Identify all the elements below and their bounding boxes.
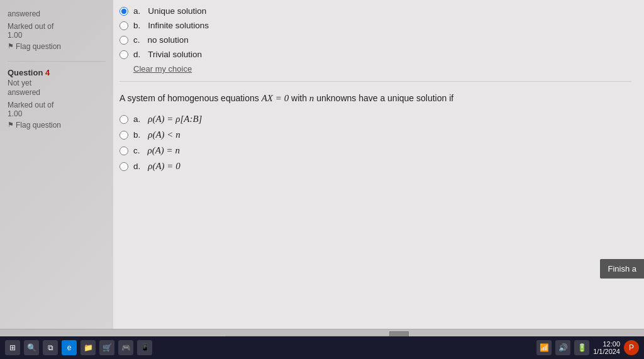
store-icon[interactable]: 🛒 — [99, 340, 114, 355]
q3-letter-c: c. — [133, 35, 140, 45]
sidebar: answered Marked out of1.00 ⚑ Flag questi… — [0, 0, 113, 329]
q3-radio-d[interactable] — [119, 50, 128, 59]
taskbar-time: 12:00 1/1/2024 — [593, 340, 620, 355]
q4-text-c: ρ(A) = n — [148, 145, 180, 156]
taskbar-left-icons: ⊞ 🔍 ⧉ e 📁 🛒 🎮 📱 — [5, 340, 152, 355]
search-icon[interactable]: 🔍 — [24, 340, 39, 355]
q4-number: 4 — [45, 68, 50, 77]
q4-letter-b: b. — [133, 130, 140, 140]
sound-icon[interactable]: 🔊 — [555, 340, 570, 355]
taskview-icon[interactable]: ⧉ — [43, 340, 58, 355]
main-content: answered Marked out of1.00 ⚑ Flag questi… — [0, 0, 644, 329]
q3-answered-status: answered — [8, 9, 106, 19]
q4-label: Question 4 — [8, 68, 106, 77]
q4-marked-out: Marked out of1.00 — [8, 101, 106, 118]
q4-math-eq: AX = 0 — [262, 93, 289, 103]
question4-sidebar: Question 4 Not yetanswered Marked out of… — [8, 68, 106, 130]
app1-icon[interactable]: 📱 — [137, 340, 152, 355]
q3-option-b: b. Infinite solutions — [119, 21, 631, 30]
q4-option-b: b. ρ(A) < n — [119, 130, 631, 140]
q3-letter-a: a. — [133, 6, 140, 16]
taskbar-date: 1/1/2024 — [593, 348, 620, 355]
q3-option-d: d. Trivial solution — [119, 50, 631, 59]
network-icon[interactable]: 📶 — [536, 340, 552, 355]
screen: answered Marked out of1.00 ⚑ Flag questi… — [0, 0, 644, 359]
start-button[interactable]: ⊞ — [5, 340, 20, 355]
battery-icon[interactable]: 🔋 — [574, 340, 589, 355]
q3-option-a: a. Unique solution — [119, 6, 631, 16]
q3-options: a. Unique solution b. Infinite solutions… — [119, 6, 631, 59]
question3-sidebar: answered Marked out of1.00 ⚑ Flag questi… — [8, 6, 106, 51]
q4-question-text: A system of homogenous equations AX = 0 … — [119, 92, 631, 105]
q3-option-c: c. no solution — [119, 35, 631, 45]
q4-flag-icon: ⚑ — [8, 121, 14, 129]
q4-text-a: ρ(A) = ρ[A:B] — [148, 114, 202, 124]
q4-letter-a: a. — [133, 114, 140, 124]
q3-radio-b[interactable] — [119, 21, 128, 30]
q4-options: a. ρ(A) = ρ[A:B] b. ρ(A) < n c. ρ(A) = n — [119, 114, 631, 172]
q4-radio-b[interactable] — [119, 131, 128, 140]
q3-marked-out: Marked out of1.00 — [8, 22, 106, 40]
q3-radio-a[interactable] — [119, 7, 128, 16]
q4-radio-d[interactable] — [119, 162, 128, 171]
q3-flag-question[interactable]: ⚑ Flag question — [8, 42, 106, 51]
q3-area: a. Unique solution b. Infinite solutions… — [119, 6, 631, 82]
taskbar-clock: 12:00 — [593, 340, 620, 348]
profile-icon[interactable]: P — [624, 340, 639, 355]
q4-option-d: d. ρ(A) = 0 — [119, 161, 631, 172]
q3-text-c: no solution — [148, 35, 189, 45]
q4-letter-c: c. — [133, 146, 140, 155]
q4-flag-question[interactable]: ⚑ Flag question — [8, 121, 106, 130]
q3-text-d: Trivial solution — [148, 50, 202, 59]
q3-text-b: Infinite solutions — [148, 21, 209, 30]
q4-radio-c[interactable] — [119, 146, 128, 155]
q3-letter-b: b. — [133, 21, 140, 30]
q3-text-a: Unique solution — [148, 6, 206, 16]
clear-choice[interactable]: Clear my choice — [133, 64, 631, 74]
q4-flag-label: Flag question — [16, 121, 61, 130]
q4-math-n: n — [309, 93, 314, 103]
q4-letter-d: d. — [133, 162, 140, 171]
q4-text-b: ρ(A) < n — [148, 130, 180, 140]
q4-status: Not yetanswered — [8, 79, 106, 98]
q4-text-d: ρ(A) = 0 — [148, 161, 180, 172]
finish-button[interactable]: Finish a — [600, 259, 644, 279]
q4-radio-a[interactable] — [119, 115, 128, 124]
q3-flag-label: Flag question — [16, 42, 61, 51]
q4-option-a: a. ρ(A) = ρ[A:B] — [119, 114, 631, 124]
content-panel: a. Unique solution b. Infinite solutions… — [113, 0, 644, 329]
xbox-icon[interactable]: 🎮 — [118, 340, 133, 355]
flag-icon: ⚑ — [8, 42, 14, 50]
taskbar: ⊞ 🔍 ⧉ e 📁 🛒 🎮 📱 📶 🔊 🔋 12:00 1/1/2024 P — [0, 336, 644, 359]
q4-option-c: c. ρ(A) = n — [119, 145, 631, 156]
q4-area: A system of homogenous equations AX = 0 … — [119, 92, 631, 172]
taskbar-right-icons: 📶 🔊 🔋 12:00 1/1/2024 P — [536, 340, 639, 355]
files-icon[interactable]: 📁 — [80, 340, 96, 355]
edge-icon[interactable]: e — [62, 340, 77, 355]
q3-radio-c[interactable] — [119, 36, 128, 45]
q3-letter-d: d. — [133, 50, 140, 59]
